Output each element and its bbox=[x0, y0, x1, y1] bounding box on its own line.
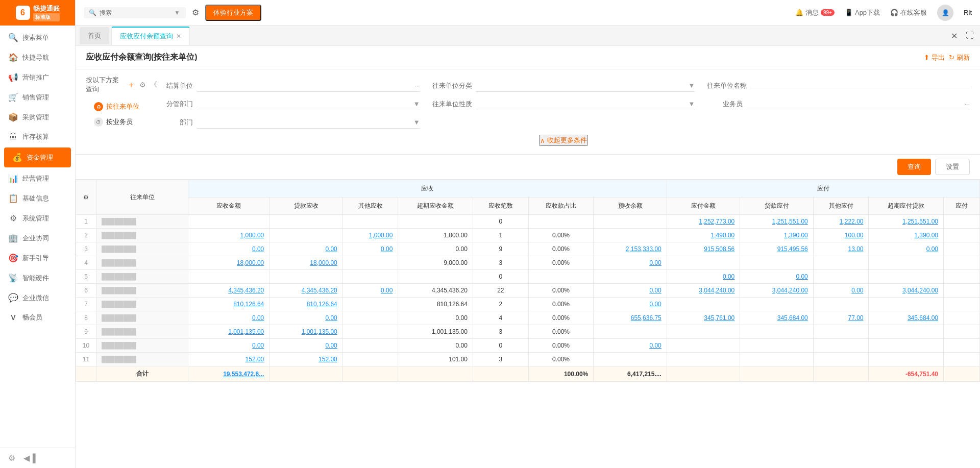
settings-button[interactable]: ⚙ bbox=[8, 453, 15, 463]
table-cell[interactable]: 345,684.00 bbox=[740, 311, 814, 325]
table-cell[interactable]: 0.00 bbox=[667, 270, 740, 284]
table-cell[interactable]: 18,000.00 bbox=[270, 256, 343, 270]
table-cell[interactable]: 1,490.00 bbox=[667, 229, 740, 242]
table-cell[interactable]: 0.00 bbox=[342, 242, 398, 256]
table-cell[interactable]: 2,153,333.00 bbox=[594, 242, 667, 256]
table-settings-icon[interactable]: ⚙ bbox=[83, 194, 89, 201]
gear-icon[interactable]: ⚙ bbox=[192, 8, 199, 17]
table-cell[interactable]: 345,684.00 bbox=[869, 311, 944, 325]
sidebar-item-marketing[interactable]: 📢 营销推广 bbox=[0, 67, 75, 87]
collapse-filter-button[interactable]: ∧ 收起更多条件 bbox=[539, 135, 588, 146]
salesperson-control[interactable]: ··· bbox=[747, 98, 970, 110]
table-cell[interactable]: 1,251,551.00 bbox=[869, 215, 944, 229]
settings-col-header[interactable]: ⚙ bbox=[76, 180, 96, 215]
tab-home[interactable]: 首页 bbox=[80, 27, 109, 44]
table-cell[interactable]: 1,222.00 bbox=[813, 215, 869, 229]
sidebar-item-operation[interactable]: 📊 经营管理 bbox=[0, 168, 75, 188]
settings-button2[interactable]: 设置 bbox=[935, 159, 970, 175]
table-cell[interactable]: 3,044,240.00 bbox=[667, 284, 740, 298]
table-cell[interactable]: 3,044,240.00 bbox=[740, 284, 814, 298]
dept-control[interactable]: ▼ bbox=[197, 98, 420, 110]
scheme-by-staff[interactable]: ⏱ 按业务员 bbox=[90, 115, 157, 129]
settlement-control[interactable]: ··· bbox=[197, 80, 420, 92]
collapse-sidebar-button[interactable]: ◀▐ bbox=[23, 453, 35, 463]
table-cell[interactable]: 345,761.00 bbox=[667, 311, 740, 325]
table-cell[interactable]: 0.00 bbox=[869, 242, 944, 256]
table-cell[interactable]: 0.00 bbox=[188, 242, 270, 256]
table-cell[interactable]: 1,001,135.00 bbox=[270, 325, 343, 339]
username[interactable]: Rit bbox=[964, 9, 972, 16]
table-cell[interactable]: 0.00 bbox=[188, 339, 270, 353]
sidebar-item-search[interactable]: 🔍 搜索菜单 bbox=[0, 28, 75, 47]
table-cell[interactable]: 1,390.00 bbox=[740, 229, 814, 242]
table-cell[interactable]: 0.00 bbox=[594, 284, 667, 298]
table-cell[interactable]: 1,001,135.00 bbox=[188, 325, 270, 339]
scheme-by-unit[interactable]: ♻ 按往来单位 bbox=[90, 100, 157, 113]
table-cell[interactable]: 1,000.00 bbox=[188, 229, 270, 242]
table-cell[interactable]: 1,000.00 bbox=[342, 229, 398, 242]
table-cell[interactable]: 3,044,240.00 bbox=[869, 284, 944, 298]
table-cell[interactable]: 1,390.00 bbox=[869, 229, 944, 242]
close-window-icon[interactable]: ✕ bbox=[949, 29, 960, 43]
app-download-button[interactable]: 📱 App下载 bbox=[845, 8, 880, 17]
table-cell[interactable]: 0.00 bbox=[740, 270, 814, 284]
table-cell[interactable]: 4,345,436.20 bbox=[188, 284, 270, 298]
table-cell[interactable]: 152.00 bbox=[270, 353, 343, 366]
table-cell[interactable]: 0.00 bbox=[270, 311, 343, 325]
sidebar-item-corp[interactable]: 🏢 企业协同 bbox=[0, 228, 75, 248]
table-cell[interactable]: 13.00 bbox=[813, 242, 869, 256]
basic-icon: 📋 bbox=[8, 193, 18, 203]
table-cell[interactable]: 100.00 bbox=[813, 229, 869, 242]
maximize-window-icon[interactable]: ⛶ bbox=[964, 29, 976, 42]
sidebar-item-sales[interactable]: 🛒 销售管理 bbox=[0, 87, 75, 107]
department-control[interactable]: ▼ bbox=[197, 116, 420, 129]
table-cell[interactable]: 0.00 bbox=[270, 339, 343, 353]
table-cell[interactable]: 0.00 bbox=[188, 311, 270, 325]
sidebar-item-system[interactable]: ⚙ 系统管理 bbox=[0, 208, 75, 228]
export-button[interactable]: ⬆ 导出 bbox=[924, 53, 945, 62]
notification-button[interactable]: 🔔 消息 99+ bbox=[795, 8, 835, 17]
sidebar-item-inventory[interactable]: 🏛 库存核算 bbox=[0, 127, 75, 146]
table-cell[interactable]: 18,000.00 bbox=[188, 256, 270, 270]
table-cell[interactable]: 1,252,773.00 bbox=[667, 215, 740, 229]
table-cell[interactable]: 152.00 bbox=[188, 353, 270, 366]
sidebar-item-purchase[interactable]: 📦 采购管理 bbox=[0, 107, 75, 127]
online-service-button[interactable]: 🎧 在线客服 bbox=[890, 8, 927, 17]
table-cell[interactable]: 4,345,436.20 bbox=[270, 284, 343, 298]
table-cell[interactable]: 0.00 bbox=[594, 256, 667, 270]
sidebar-item-member[interactable]: V 畅会员 bbox=[0, 308, 75, 327]
sidebar-item-wechat[interactable]: 💬 企业微信 bbox=[0, 288, 75, 308]
table-cell[interactable]: 655,636.75 bbox=[594, 311, 667, 325]
sidebar-item-finance[interactable]: 💰 资金管理 bbox=[4, 147, 71, 167]
table-cell[interactable]: 0.00 bbox=[813, 284, 869, 298]
table-cell[interactable]: 77.00 bbox=[813, 311, 869, 325]
unit-nature-control[interactable]: ▼ bbox=[476, 98, 695, 110]
tab-ar-ap[interactable]: 应收应付余额查询 ✕ bbox=[111, 27, 190, 45]
unit-category-control[interactable]: ▼ bbox=[476, 80, 695, 92]
refresh-button[interactable]: ↻ 刷新 bbox=[949, 53, 970, 62]
table-cell[interactable]: 915,495.56 bbox=[740, 242, 814, 256]
add-scheme-button[interactable]: ＋ bbox=[127, 80, 135, 90]
table-cell[interactable]: 915,508.56 bbox=[667, 242, 740, 256]
scheme-collapse-icon[interactable]: 《 bbox=[150, 80, 157, 89]
table-cell[interactable]: 810,126.64 bbox=[270, 298, 343, 311]
table-cell[interactable]: 810,126.64 bbox=[188, 298, 270, 311]
unit-name-control[interactable] bbox=[751, 84, 970, 88]
sidebar-item-hardware[interactable]: 📡 智能硬件 bbox=[0, 268, 75, 288]
page-header-actions: ⬆ 导出 ↻ 刷新 bbox=[924, 53, 970, 62]
sidebar-item-basic[interactable]: 📋 基础信息 bbox=[0, 188, 75, 208]
close-tab-icon[interactable]: ✕ bbox=[176, 33, 181, 40]
table-cell[interactable]: 0.00 bbox=[270, 242, 343, 256]
promo-button[interactable]: 体验行业方案 bbox=[205, 5, 261, 21]
table-cell[interactable]: 1,251,551.00 bbox=[740, 215, 814, 229]
scheme-settings-icon[interactable]: ⚙ bbox=[139, 81, 146, 89]
table-cell: 0.00% bbox=[528, 284, 594, 298]
sidebar-item-quick[interactable]: 🏠 快捷导航 bbox=[0, 47, 75, 67]
table-cell[interactable]: 0.00 bbox=[342, 284, 398, 298]
table-cell[interactable]: 0.00 bbox=[594, 339, 667, 353]
query-button[interactable]: 查询 bbox=[897, 159, 931, 175]
search-input[interactable] bbox=[100, 9, 171, 16]
search-bar[interactable]: 🔍 ▼ bbox=[84, 7, 186, 18]
table-cell[interactable]: 0.00 bbox=[594, 298, 667, 311]
sidebar-item-guide[interactable]: 🎯 新手引导 bbox=[0, 248, 75, 268]
